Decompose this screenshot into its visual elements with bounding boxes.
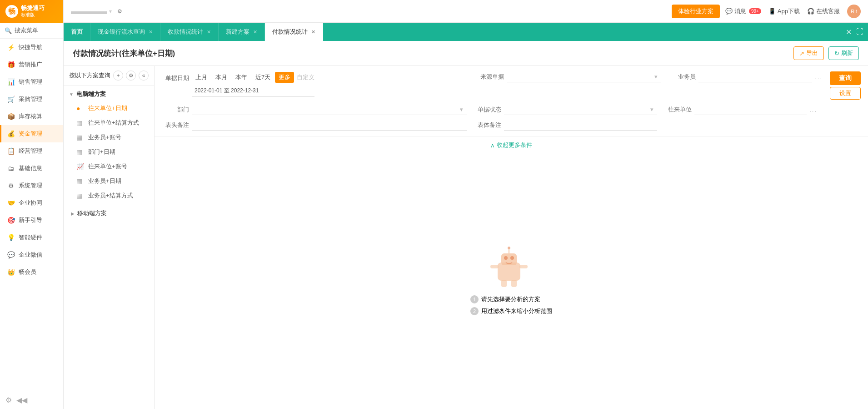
source-label: 来源单据 [477, 73, 504, 81]
tab-home[interactable]: 首页 [64, 23, 90, 41]
staff-dots[interactable]: ... [815, 74, 823, 81]
inventory-icon: 📦 [7, 113, 15, 120]
scheme-item-unit-date[interactable]: ● 往来单位+日期 [64, 101, 154, 116]
scheme-group-mobile-header[interactable]: ▶ 移动端方案 [64, 207, 154, 220]
company-selector[interactable]: ▬▬▬▬ [71, 6, 107, 16]
online-service-btn[interactable]: 🎧 在线客服 [807, 7, 840, 15]
staff-date-icon: ▦ [76, 177, 85, 185]
trial-btn[interactable]: 体验行业方案 [672, 5, 720, 18]
unit-date-icon: ● [76, 105, 85, 112]
source-dropdown-icon: ▾ [654, 73, 658, 80]
sidebar-item-weixin[interactable]: 💬 企业微信 [0, 246, 63, 263]
export-button[interactable]: ↗ 导出 [793, 46, 824, 60]
tab-close-collection[interactable]: ✕ [207, 29, 211, 35]
tab-bank-flow[interactable]: 现金银行流水查询 ✕ [90, 23, 160, 41]
app-download-btn[interactable]: 📱 App下载 [768, 7, 800, 15]
date-btn-this-year[interactable]: 本年 [232, 71, 251, 83]
page-title: 付款情况统计(往来单位+日期) [73, 48, 175, 59]
finance-icon: 💰 [7, 130, 15, 137]
filter-section: 单据日期 上月 本月 本年 近7天 更多 自定义 [155, 66, 868, 154]
sidebar-item-enterprise[interactable]: 🤝 企业协同 [0, 194, 63, 212]
tab-collection-stats[interactable]: 收款情况统计 ✕ [160, 23, 219, 41]
refresh-icon: ↻ [834, 50, 839, 57]
body-note-input[interactable] [504, 120, 657, 131]
empty-tip-2: 2 用过滤条件来缩小分析范围 [470, 307, 552, 315]
notifications-btn[interactable]: 💬 消息 99+ [725, 7, 761, 15]
close-all-tabs-icon[interactable]: ✕ [846, 28, 852, 36]
add-scheme-btn[interactable]: + [113, 71, 123, 81]
scheme-item-unit-settlement[interactable]: ▦ 往来单位+结算方式 [64, 116, 154, 130]
settings-button[interactable]: 设置 [830, 87, 861, 100]
scheme-item-staff-settlement[interactable]: ▦ 业务员+结算方式 [64, 188, 154, 203]
user-avatar[interactable]: Rit [847, 5, 861, 18]
fullscreen-icon[interactable]: ⛶ [856, 28, 863, 36]
sidebar-item-hardware[interactable]: 💡 智能硬件 [0, 229, 63, 246]
pc-group-arrow: ▼ [69, 92, 74, 97]
settings-btn[interactable]: ⚙ [117, 8, 122, 15]
scheme-item-staff-date[interactable]: ▦ 业务员+日期 [64, 174, 154, 188]
sidebar-nav: ⚡ 快捷导航 🎁 营销推广 📊 销售管理 🛒 采购管理 📦 库存核算 💰 资金管… [0, 39, 63, 391]
sidebar-item-system[interactable]: ⚙ 系统管理 [0, 177, 63, 194]
content-area: 按以下方案查询 + ⚙ « ▼ 电脑端方案 ● 往来单位+日期 [64, 66, 868, 409]
sidebar-item-operations[interactable]: 📋 经营管理 [0, 142, 63, 160]
sidebar-item-basic-info[interactable]: 🗂 基础信息 [0, 160, 63, 177]
date-btn-last7days[interactable]: 近7天 [252, 71, 274, 83]
scheme-group-pc: ▼ 电脑端方案 ● 往来单位+日期 ▦ 往来单位+结算方式 ▦ 业务员+账号 [64, 86, 154, 205]
source-select[interactable]: ▾ [507, 71, 661, 82]
sidebar-item-guide[interactable]: 🎯 新手引导 [0, 212, 63, 229]
collapse-panel-btn[interactable]: « [139, 71, 149, 81]
bill-status-select[interactable]: ▾ [504, 104, 657, 115]
scheme-item-unit-account[interactable]: 📈 往来单位+账号 [64, 159, 154, 174]
tab-close-new-scheme[interactable]: ✕ [253, 29, 257, 35]
tab-close-payment[interactable]: ✕ [311, 29, 315, 35]
query-button[interactable]: 查询 [830, 71, 861, 85]
scheme-settings-btn[interactable]: ⚙ [126, 71, 136, 81]
scheme-item-staff-account[interactable]: ▦ 业务员+账号 [64, 130, 154, 145]
svg-rect-8 [501, 280, 507, 287]
header-note-input[interactable] [192, 120, 467, 131]
unit-input[interactable] [694, 104, 807, 115]
bill-status-dropdown-icon: ▾ [650, 106, 653, 113]
mobile-group-arrow: ▶ [71, 211, 75, 216]
sidebar-item-sales[interactable]: 📊 销售管理 [0, 73, 63, 91]
sidebar-item-inventory[interactable]: 📦 库存核算 [0, 108, 63, 125]
tab-new-scheme[interactable]: 新建方案 ✕ [219, 23, 265, 41]
date-range-input[interactable]: 2022-01-01 至 2022-12-31 [192, 85, 314, 97]
collapse-sidebar-icon[interactable]: ◀◀ [16, 396, 27, 404]
tab-close-bank-flow[interactable]: ✕ [149, 29, 153, 35]
hardware-icon: 💡 [7, 234, 15, 241]
date-btn-prev-month[interactable]: 上月 [192, 71, 211, 83]
page-header-buttons: ↗ 导出 ↻ 刷新 [793, 46, 859, 60]
unit-dots[interactable]: ... [809, 106, 817, 113]
sidebar-item-purchase[interactable]: 🛒 采购管理 [0, 91, 63, 108]
dept-dropdown-icon: ▾ [460, 106, 463, 113]
search-icon: 🔍 [5, 27, 12, 34]
sidebar-logo: 畅 畅捷通巧 标准版 [0, 0, 63, 23]
staff-input[interactable] [698, 71, 812, 82]
scheme-group-mobile: ▶ 移动端方案 [64, 205, 154, 222]
purchase-icon: 🛒 [7, 96, 15, 103]
sidebar-item-quick-nav[interactable]: ⚡ 快捷导航 [0, 39, 63, 56]
dropdown-icon[interactable]: ▾ [109, 8, 112, 15]
message-icon: 💬 [725, 8, 733, 15]
dept-select[interactable]: ▾ [192, 104, 467, 115]
sidebar-item-marketing[interactable]: 🎁 营销推广 [0, 56, 63, 73]
header-note-label: 表头备注 [162, 121, 189, 129]
marketing-icon: 🎁 [7, 61, 15, 68]
right-panel: 单据日期 上月 本月 本年 近7天 更多 自定义 [155, 66, 868, 409]
scheme-item-dept-date[interactable]: ▦ 部门+日期 [64, 145, 154, 159]
sidebar-item-finance[interactable]: 💰 资金管理 [0, 125, 63, 142]
refresh-button[interactable]: ↻ 刷新 [828, 46, 859, 60]
sidebar-item-vip[interactable]: 👑 畅会员 [0, 263, 63, 281]
date-btn-more[interactable]: 更多 [275, 72, 294, 83]
guide-icon: 🎯 [7, 217, 15, 224]
empty-tip-1: 1 请先选择要分析的方案 [470, 295, 552, 303]
scheme-group-pc-header[interactable]: ▼ 电脑端方案 [64, 87, 154, 101]
collapse-more-conditions[interactable]: ∧ 收起更多条件 [155, 136, 868, 154]
settings-footer-icon[interactable]: ⚙ [5, 396, 12, 404]
date-btn-this-month[interactable]: 本月 [212, 71, 231, 83]
dept-label: 部门 [162, 106, 189, 114]
scheme-panel-actions: + ⚙ « [113, 71, 149, 81]
search-menu[interactable]: 🔍 搜索菜单 [0, 23, 63, 39]
tab-payment-stats[interactable]: 付款情况统计 ✕ [265, 23, 323, 41]
